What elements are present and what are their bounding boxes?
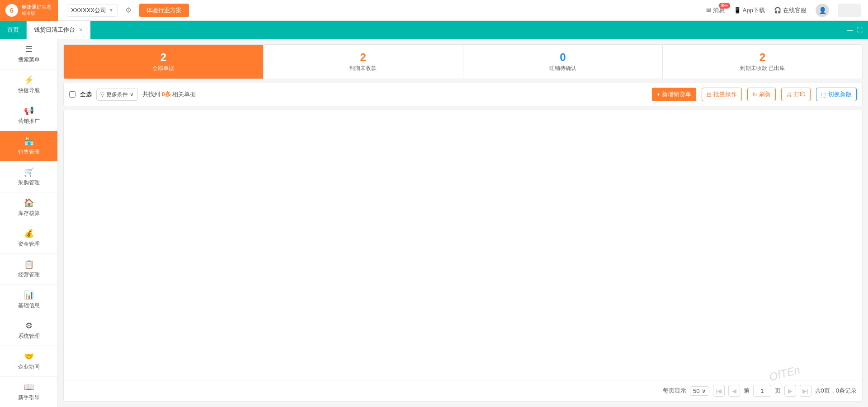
sidebar-item-purchase[interactable]: 🛒 采购管理 xyxy=(0,162,57,192)
stat-card-shipped[interactable]: 2 到期未收款 已出库 xyxy=(663,45,862,79)
enterprise-icon: 🤝 xyxy=(24,351,34,361)
sidebar-item-basic-info-label: 基础信息 xyxy=(18,302,40,309)
header-right: ✉ 消息 99+ 📱 App下载 🎧 在线客服 👤 xyxy=(706,4,861,17)
user-name-placeholder xyxy=(838,4,861,17)
sidebar-item-finance[interactable]: 💰 资金管理 xyxy=(0,223,57,254)
select-all-checkbox[interactable] xyxy=(69,91,75,98)
found-text: 共找到 0条 相关单据 xyxy=(142,90,196,98)
batch-operation-button[interactable]: ⊞ 批量操作 xyxy=(702,88,742,101)
stat-card-pending[interactable]: 0 旺铺待确认 xyxy=(463,45,663,79)
select-all-label: 全选 xyxy=(80,90,92,98)
online-service-label: 在线客服 xyxy=(783,6,807,14)
first-page-button[interactable]: |◀ xyxy=(713,385,725,397)
nav-tab-actions: — ⛶ xyxy=(842,27,868,33)
tab-home[interactable]: 首页 xyxy=(0,21,27,39)
quick-nav-icon: ⚡ xyxy=(24,75,34,85)
company-selector[interactable]: XXXXXX公司 ▼ xyxy=(67,4,118,17)
sidebar-item-search-menu[interactable]: ☰ 搜索菜单 xyxy=(0,39,57,70)
stat-card-all[interactable]: 2 全部单据 xyxy=(64,45,264,79)
sidebar-item-enterprise[interactable]: 🤝 企业协同 xyxy=(0,346,57,377)
logo-area: 6 畅捷通好生意 标准版 xyxy=(0,0,58,21)
stat-label-shipped: 到期未收款 已出库 xyxy=(672,65,853,72)
found-prefix: 共找到 xyxy=(142,91,160,98)
total-text: 共0页，0条记录 xyxy=(815,387,857,395)
sidebar-item-enterprise-label: 企业协同 xyxy=(18,363,40,371)
online-service-button[interactable]: 🎧 在线客服 xyxy=(774,6,807,14)
sidebar-item-quick-nav[interactable]: ⚡ 快捷导航 xyxy=(0,70,57,100)
stat-label-pending: 旺铺待确认 xyxy=(472,65,654,72)
print-button[interactable]: 🖨 打印 xyxy=(781,88,811,101)
sidebar-item-guide[interactable]: 📖 新手引导 xyxy=(0,377,57,407)
online-service-icon: 🎧 xyxy=(774,7,781,14)
refresh-button[interactable]: ↻ 刷新 xyxy=(747,88,776,101)
page-label-end: 页 xyxy=(775,387,781,395)
sidebar-item-purchase-label: 采购管理 xyxy=(18,179,40,187)
sidebar-item-finance-label: 资金管理 xyxy=(18,240,40,248)
switch-new-version-button[interactable]: ⬚ 切换新版 xyxy=(816,88,857,101)
sidebar-item-sales[interactable]: 🏪 销售管理 xyxy=(0,131,57,162)
marketing-icon: 📢 xyxy=(24,106,34,116)
page-input[interactable]: 1 xyxy=(753,385,771,397)
search-menu-icon: ☰ xyxy=(25,44,33,54)
avatar[interactable]: 👤 xyxy=(816,4,829,17)
app-download-icon: 📱 xyxy=(734,7,741,14)
sidebar-item-operations[interactable]: 📋 经营管理 xyxy=(0,254,57,285)
stat-card-overdue[interactable]: 2 到期未收款 xyxy=(264,45,463,79)
toolbar-right: + 新增销货单 ⊞ 批量操作 ↻ 刷新 🖨 打印 ⬚ 切换新版 xyxy=(652,88,857,101)
batch-label: 批量操作 xyxy=(713,90,737,98)
stat-label-all: 全部单据 xyxy=(73,65,254,72)
sidebar-item-operations-label: 经营管理 xyxy=(18,271,40,279)
stat-number-overdue: 2 xyxy=(273,51,454,64)
sidebar-item-marketing[interactable]: 📢 营销推广 xyxy=(0,100,57,131)
stat-label-overdue: 到期未收款 xyxy=(273,65,454,72)
sidebar-item-quick-nav-label: 快捷导航 xyxy=(18,87,40,94)
app-download-label: App下载 xyxy=(743,6,765,14)
table-empty-state xyxy=(64,110,862,380)
switch-icon: ⬚ xyxy=(821,91,826,98)
found-suffix: 相关单据 xyxy=(172,91,196,98)
expand-icon[interactable]: ⛶ xyxy=(857,27,863,33)
logo-badge: 标准版 xyxy=(22,10,52,17)
pagination-bar: 每页显示 50 ∨ |◀ ◀ 第 1 页 ▶ ▶| 共0页，0条记录 xyxy=(64,380,862,401)
sidebar-item-system-label: 系统管理 xyxy=(18,332,40,340)
stat-number-pending: 0 xyxy=(472,51,654,64)
sidebar-item-guide-label: 新手引导 xyxy=(18,394,40,402)
more-filter-button[interactable]: ▽ 更多条件 ∨ xyxy=(96,89,138,101)
tab-close-icon[interactable]: ✕ xyxy=(79,27,83,33)
stats-bar: 2 全部单据 2 到期未收款 0 旺铺待确认 2 到期未收款 已出库 xyxy=(63,44,863,79)
message-button[interactable]: ✉ 消息 99+ xyxy=(706,6,725,14)
sidebar-item-basic-info[interactable]: 📊 基础信息 xyxy=(0,285,57,315)
more-filter-label: 更多条件 xyxy=(106,91,128,98)
settings-button[interactable]: ⚙ xyxy=(121,3,136,18)
last-page-button[interactable]: ▶| xyxy=(800,385,811,397)
sidebar: ☰ 搜索菜单 ⚡ 快捷导航 📢 营销推广 🏪 销售管理 🛒 采购管理 🏠 库存核… xyxy=(0,39,58,407)
inventory-icon: 🏠 xyxy=(24,198,34,208)
experience-button[interactable]: 体验行业方案 xyxy=(139,4,189,17)
next-page-button[interactable]: ▶ xyxy=(784,385,796,397)
basic-info-icon: 📊 xyxy=(24,290,34,300)
tab-home-label: 首页 xyxy=(7,26,19,34)
content-area: 2 全部单据 2 到期未收款 0 旺铺待确认 2 到期未收款 已出库 全选 xyxy=(58,39,868,407)
found-count: 0条 xyxy=(162,91,171,98)
minimize-icon[interactable]: — xyxy=(847,27,853,33)
add-sale-button[interactable]: + 新增销货单 xyxy=(652,88,696,101)
app-download-button[interactable]: 📱 App下载 xyxy=(734,6,765,14)
message-badge: 99+ xyxy=(719,3,730,9)
prev-page-button[interactable]: ◀ xyxy=(728,385,740,397)
batch-icon: ⊞ xyxy=(707,91,712,98)
per-page-label: 每页显示 xyxy=(663,387,686,395)
per-page-chevron-icon: ∨ xyxy=(702,388,706,394)
sidebar-item-search-menu-label: 搜索菜单 xyxy=(18,56,40,64)
logo-icon: 6 xyxy=(5,4,18,17)
sidebar-item-sales-label: 销售管理 xyxy=(18,148,40,156)
per-page-select[interactable]: 50 ∨ xyxy=(690,386,709,396)
sales-icon: 🏪 xyxy=(24,136,34,146)
tab-cash-flow[interactable]: 钱货日清工作台 ✕ xyxy=(27,21,90,39)
content-bottom-padding xyxy=(58,402,868,407)
operations-icon: 📋 xyxy=(24,259,34,269)
sidebar-item-inventory[interactable]: 🏠 库存核算 xyxy=(0,192,57,223)
nav-tabs: 首页 钱货日清工作台 ✕ — ⛶ xyxy=(0,21,868,39)
system-icon: ⚙ xyxy=(25,321,33,331)
sidebar-item-system[interactable]: ⚙ 系统管理 xyxy=(0,315,57,346)
stat-number-shipped: 2 xyxy=(672,51,853,64)
